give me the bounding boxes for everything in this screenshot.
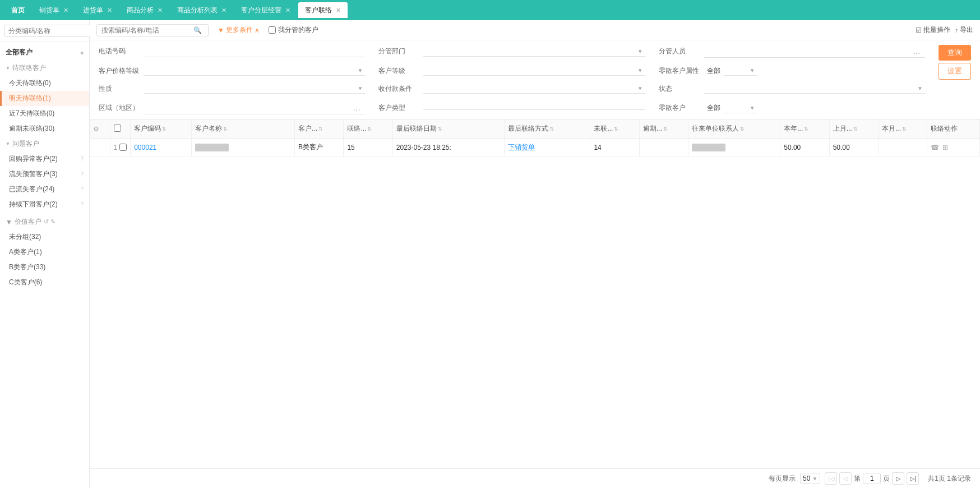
sidebar-item-7days-pending[interactable]: 近7天待联络(0)	[0, 106, 89, 121]
sidebar-search-input[interactable]	[4, 25, 96, 37]
sidebar-collapse-icon[interactable]: «	[80, 49, 84, 56]
filter-retail-customer-select[interactable]: ▼	[724, 103, 757, 113]
sidebar-item-b-class[interactable]: B类客户(33)	[0, 260, 89, 275]
col-last-month-sort[interactable]: ⇅	[853, 126, 858, 132]
action-qr-icon[interactable]: ⊞	[942, 144, 948, 151]
pending-section-label: 待联络客户	[12, 63, 46, 73]
action-phone-icon[interactable]: ☎	[931, 144, 939, 151]
nav-customer-level[interactable]: 客户分层经营 ✕	[234, 2, 297, 18]
table-select-all[interactable]	[114, 125, 121, 132]
row-code-value: 000021	[134, 144, 156, 151]
filter-price-level-field: 客户价格等级 ▼	[99, 66, 365, 76]
value-section-icons: ↺ ✎	[44, 218, 56, 225]
filter-price-level-select[interactable]: ▼	[144, 66, 365, 76]
declining-help-icon[interactable]: ?	[80, 201, 84, 208]
col-name: 客户名称 ⇅	[192, 119, 295, 139]
my-customers-check[interactable]	[269, 26, 276, 34]
col-this-month-sort[interactable]: ⇅	[902, 126, 907, 132]
adv-filter: 电话号码 分管部门 ▼ 分管人员	[90, 40, 980, 119]
value-section-label: 价值客户	[15, 217, 41, 227]
repurchase-help-icon[interactable]: ?	[80, 156, 84, 162]
sidebar-item-tomorrow-pending[interactable]: 明天待联络(1)	[0, 91, 89, 106]
per-page-select[interactable]: 50 ▼	[800, 473, 820, 484]
nav-goods-list-close[interactable]: ✕	[221, 7, 226, 14]
query-button[interactable]: 查询	[939, 45, 971, 61]
row-last-way-value[interactable]: 下销货单	[508, 143, 535, 151]
col-last-date-sort[interactable]: ⇅	[438, 126, 442, 132]
search-input[interactable]	[101, 26, 191, 34]
value-edit-icon[interactable]: ✎	[50, 218, 56, 225]
table-gear-icon[interactable]: ⚙	[93, 125, 99, 133]
sidebar-item-unclassified[interactable]: 未分组(32)	[0, 229, 89, 245]
nav-home[interactable]: 首页	[4, 2, 31, 18]
col-type-sort[interactable]: ⇅	[318, 126, 323, 132]
sidebar-item-declining[interactable]: 持续下滑客户(2) ?	[0, 197, 89, 212]
set-button[interactable]: 设置	[939, 63, 971, 80]
area-more-icon[interactable]: …	[350, 103, 363, 112]
col-overdue-sort[interactable]: ⇅	[663, 126, 668, 132]
nav-goods-analysis[interactable]: 商品分析 ✕	[120, 2, 169, 18]
nav-home-label: 首页	[11, 6, 25, 15]
filter-dept-select[interactable]: ▼	[423, 47, 645, 57]
my-customers-checkbox[interactable]: 我分管的客户	[269, 25, 318, 35]
batch-checkbox-icon: ☑	[916, 26, 922, 34]
nav-purchase-close[interactable]: ✕	[107, 7, 112, 14]
col-gear: ⚙	[90, 119, 110, 139]
all-customers-item[interactable]: 全部客户 «	[0, 44, 89, 61]
sidebar-item-a-class[interactable]: A类客户(1)	[0, 245, 89, 260]
churn-warning-help-icon[interactable]: ?	[80, 171, 84, 177]
filter-gender-select[interactable]: ▼	[144, 84, 365, 94]
col-name-sort[interactable]: ⇅	[223, 126, 228, 132]
nav-customer-contact-close[interactable]: ✕	[336, 7, 341, 14]
col-this-month-label: 本月...	[882, 124, 901, 133]
nav-goods-list[interactable]: 商品分析列表 ✕	[170, 2, 233, 18]
page-input[interactable]	[863, 473, 881, 484]
more-conditions-btn[interactable]: ▼ 更多条件 ∧	[213, 24, 264, 36]
sidebar-item-churned[interactable]: 已流失客户(24) ?	[0, 182, 89, 197]
page-first-btn[interactable]: |◁	[825, 472, 837, 485]
export-icon: ↑	[955, 26, 958, 34]
sidebar-item-overdue-pending[interactable]: 逾期未联络(30)	[0, 121, 89, 136]
page-next-btn[interactable]: ▷	[892, 472, 904, 485]
filter-retail-attr-select[interactable]: ▼	[724, 66, 757, 76]
filter-status-select[interactable]: ▼	[704, 84, 925, 94]
filter-area-label: 区域（地区）	[99, 103, 144, 113]
filter-customer-level-select[interactable]: ▼	[423, 66, 645, 76]
col-last-way-sort[interactable]: ⇅	[549, 126, 554, 132]
row-index: 1	[114, 144, 118, 151]
sidebar-item-repurchase-abnormal[interactable]: 回购异常客户(2) ?	[0, 151, 89, 167]
churned-help-icon[interactable]: ?	[80, 186, 84, 192]
toolbar-right: ☑ 批量操作 ↑ 导出	[916, 25, 973, 35]
nav-customer-contact[interactable]: 客户联络 ✕	[298, 2, 348, 18]
sidebar-item-c-class[interactable]: C类客户(6)	[0, 275, 89, 290]
value-refresh-icon[interactable]: ↺	[44, 218, 49, 225]
col-this-year-sort[interactable]: ⇅	[804, 126, 808, 132]
filter-payment-select[interactable]: ▼	[423, 84, 645, 94]
export-btn[interactable]: ↑ 导出	[955, 25, 973, 35]
col-code-sort[interactable]: ⇅	[162, 126, 167, 132]
sidebar-item-churn-warning[interactable]: 流失预警客户(3) ?	[0, 167, 89, 182]
col-action: 联络动作	[927, 119, 980, 139]
search-icon[interactable]: 🔍	[193, 26, 202, 34]
nav-sales[interactable]: 销货单 ✕	[33, 2, 75, 18]
manager-more-icon[interactable]: …	[910, 47, 923, 56]
nav-goods-analysis-close[interactable]: ✕	[158, 7, 163, 14]
sidebar-item-today-pending[interactable]: 今天待联络(0)	[0, 76, 89, 91]
problem-triangle: ▼	[6, 141, 10, 146]
row-select-check[interactable]	[119, 144, 127, 151]
main-layout: 🔍 全部客户 « ▼ 待联络客户 今天待联络(0) 明天待联络(1) 近7天待联…	[0, 20, 980, 488]
col-contact-count-sort[interactable]: ⇅	[367, 126, 372, 132]
filter-area-select[interactable]: …	[144, 102, 365, 114]
page-last-btn[interactable]: ▷|	[907, 472, 919, 485]
filter-phone-input[interactable]	[144, 45, 365, 57]
filter-manager-select[interactable]: …	[704, 45, 925, 58]
col-not-contacted-sort[interactable]: ⇅	[614, 126, 618, 132]
nav-purchase[interactable]: 进货单 ✕	[76, 2, 119, 18]
batch-op-btn[interactable]: ☑ 批量操作	[916, 25, 950, 35]
gender-arrow: ▼	[357, 85, 363, 91]
filter-customer-type-select[interactable]	[423, 106, 645, 110]
nav-customer-level-close[interactable]: ✕	[285, 7, 290, 14]
nav-sales-close[interactable]: ✕	[63, 7, 68, 14]
page-prev-btn[interactable]: ◁	[839, 472, 852, 485]
col-contact-person-sort[interactable]: ⇅	[740, 126, 745, 132]
